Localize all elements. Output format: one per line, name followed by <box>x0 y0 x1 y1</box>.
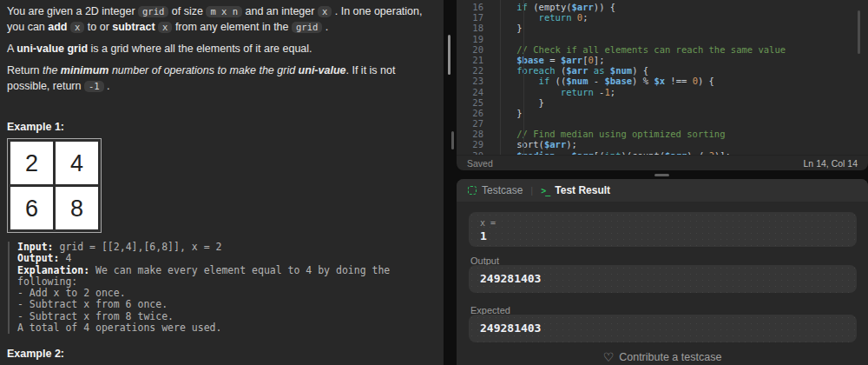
code-line: 26 } <box>457 108 868 118</box>
terminal-icon: >_ <box>541 186 549 196</box>
example-line: Explanation: We can make every element e… <box>17 265 431 289</box>
output-value-box: 249281403 <box>469 265 857 293</box>
horizontal-panel-resizer[interactable] <box>654 174 669 176</box>
testcase-tab-bar: Testcase | >_ Test Result <box>457 179 868 202</box>
code-lines[interactable]: 16 if (empty($arr)) {17 return 0;18 }192… <box>457 0 868 155</box>
example-line: A total of 4 operations were used. <box>17 322 431 334</box>
code-line: 21 $base = $arr[0]; <box>457 55 868 65</box>
problem-description-panel: You are given a 2D integer grid of size … <box>0 0 444 365</box>
code-line: 29 sort($arr); <box>457 139 868 149</box>
save-status: Saved <box>467 158 493 169</box>
output-value: 249281403 <box>480 272 845 285</box>
tab-separator: | <box>530 185 533 196</box>
line-number: 24 <box>457 87 483 97</box>
example1-grid-image: 2468 <box>7 138 102 233</box>
tab-test-result[interactable]: >_ Test Result <box>541 184 610 196</box>
line-number: 26 <box>457 108 483 118</box>
input-variable-value[interactable]: 1 <box>480 229 845 242</box>
example-block: Input: grid = [[2,4],[6,8]], x = 2Output… <box>8 242 431 334</box>
line-number: 28 <box>457 129 483 139</box>
code-line: 28 // Find median using optimized sortin… <box>457 129 868 139</box>
expected-value: 249281403 <box>480 322 845 335</box>
problem-paragraph: A uni-value grid is a grid where all the… <box>7 41 431 56</box>
grid-cell: 6 <box>10 187 53 229</box>
indent-guide <box>523 0 524 155</box>
testcase-content: x = 1 Output 249281403 Expected 24928140… <box>457 202 868 365</box>
code-line: 25 } <box>457 97 868 108</box>
indent-guide <box>500 0 501 155</box>
contribute-label: Contribute a testcase <box>619 351 721 363</box>
testcase-input-field[interactable]: x = 1 <box>469 212 857 247</box>
line-number: 29 <box>457 139 483 149</box>
code-line: 19 <box>457 34 868 44</box>
editor-scrollbar[interactable] <box>858 10 860 54</box>
example1-heading: Example 1: <box>7 119 431 135</box>
line-number: 17 <box>457 12 483 23</box>
line-number: 18 <box>457 23 483 33</box>
code-line: 24 return -1; <box>457 87 868 97</box>
problem-paragraph: You are given a 2D integer grid of size … <box>7 3 431 35</box>
input-variable-label: x = <box>480 218 845 228</box>
code-line: 18 } <box>457 23 868 33</box>
example2-heading: Example 2: <box>7 346 431 362</box>
grid-cell: 4 <box>56 142 98 184</box>
line-number: 20 <box>457 44 483 55</box>
code-line: 23 if (($num - $base) % $x !== 0) { <box>457 76 868 86</box>
line-number: 23 <box>457 76 483 86</box>
editor-status-bar: Saved Ln 14, Col 14 <box>457 155 868 170</box>
problem-paragraph: Return the minimum number of operations … <box>7 63 431 94</box>
code-line: 16 if (empty($arr)) { <box>457 2 868 12</box>
example-line: Input: grid = [[2,4],[6,8]], x = 2 <box>17 242 431 253</box>
example-line: - Subtract x from 8 twice. <box>17 311 431 322</box>
expected-value-box: 249281403 <box>469 315 857 342</box>
grid-cell: 8 <box>56 187 98 229</box>
code-line: 20 // Check if all elements can reach th… <box>457 44 868 55</box>
checkbox-icon <box>468 186 477 195</box>
left-panel-scrollbar[interactable] <box>448 35 450 75</box>
line-number: 16 <box>457 2 483 12</box>
example-line: - Add x to 2 once. <box>17 288 431 299</box>
code-line: 22 foreach ($arr as $num) { <box>457 65 868 76</box>
code-editor-panel[interactable]: 16 if (empty($arr)) {17 return 0;18 }192… <box>457 0 868 170</box>
tab-test-result-label: Test Result <box>555 184 610 196</box>
line-number: 22 <box>457 65 483 76</box>
testcase-panel: Testcase | >_ Test Result x = 1 Output 2… <box>457 179 868 365</box>
line-number: 21 <box>457 55 483 65</box>
example-line: Output: 4 <box>17 253 431 264</box>
code-line: 27 <box>457 118 868 129</box>
heart-icon: ♡ <box>603 352 615 362</box>
tab-testcase[interactable]: Testcase <box>468 184 523 196</box>
vertical-panel-resizer[interactable] <box>451 131 454 149</box>
grid-cell: 2 <box>10 142 53 184</box>
code-line: 17 return 0; <box>457 12 868 23</box>
tab-testcase-label: Testcase <box>482 184 523 196</box>
line-number: 27 <box>457 118 483 129</box>
example-line: - Subtract x from 6 once. <box>17 299 431 310</box>
contribute-testcase-button[interactable]: ♡ Contribute a testcase <box>457 351 868 363</box>
cursor-position: Ln 14, Col 14 <box>804 158 858 169</box>
line-number: 25 <box>457 97 483 108</box>
line-number: 19 <box>457 34 483 44</box>
